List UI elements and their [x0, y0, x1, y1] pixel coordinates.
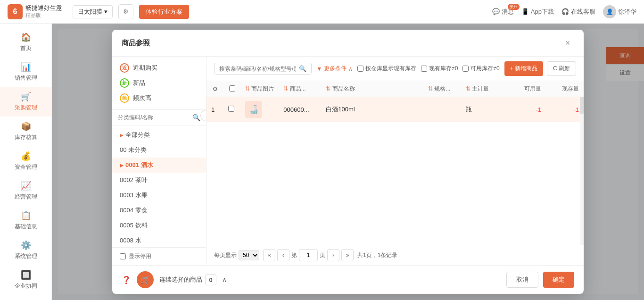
sidebar-item-system[interactable]: ⚙️ 系统管理 — [0, 235, 51, 265]
sidebar-item-label: 销售管理 — [15, 74, 37, 82]
page-total: 共1页，1条记录 — [357, 251, 397, 259]
settings-icon[interactable]: ⚙ — [118, 4, 133, 19]
next-page-button[interactable]: › — [327, 249, 339, 261]
filter-stock-nonzero[interactable]: 现有库存≠0 — [421, 65, 458, 73]
product-table: ⚙ ⇅ 商品图片 — [206, 81, 584, 122]
col-stock[interactable]: 现存量 — [546, 81, 584, 97]
sidebar-item-home[interactable]: 🏠 首页 — [0, 27, 51, 57]
operations-icon: 📈 — [21, 181, 31, 191]
quick-link-recent[interactable]: 近 近期购买 — [112, 60, 206, 75]
search-input-wrap: 🔍 — [214, 63, 312, 75]
confirm-button[interactable]: 确定 — [543, 272, 574, 288]
messages-button[interactable]: 💬 消息 99+ — [492, 8, 514, 16]
category-item-spirits[interactable]: ▶ 0001 酒水 — [112, 158, 206, 173]
more-conditions-button[interactable]: ▼ 更多条件 ∧ — [316, 65, 353, 73]
recent-icon: 近 — [120, 63, 129, 73]
display-disabled-checkbox[interactable]: 显示停用 — [112, 247, 206, 265]
modal-title: 商品参照 — [122, 39, 150, 48]
filter-by-warehouse[interactable]: 按仓库显示现有库存 — [357, 65, 416, 73]
col-spec[interactable]: ⇅ 规格... — [423, 81, 461, 97]
enterprise-icon: 🔲 — [21, 270, 31, 280]
sort-icon: ⇅ — [283, 85, 288, 92]
prev-page-button[interactable]: ‹ — [277, 249, 289, 261]
sidebar-item-operations[interactable]: 📈 经营管理 — [0, 176, 51, 206]
category-item-uncategorized[interactable]: 00 未分类 — [112, 142, 206, 158]
search-icon[interactable]: 🔍 — [299, 65, 306, 72]
modal-footer: ❓ 🛒 连续选择的商品 0 ∧ 取消 确定 — [112, 265, 584, 294]
cancel-button[interactable]: 取消 — [506, 272, 538, 288]
sidebar-item-enterprise[interactable]: 🔲 企业协同 — [0, 265, 51, 295]
online-service-button[interactable]: 🎧 在线客服 — [561, 8, 595, 16]
col-unit[interactable]: ⇅ 主计量 — [461, 81, 499, 97]
product-reference-modal: 商品参照 × 近 近期购买 新 — [112, 30, 584, 294]
messages-badge: 99+ — [508, 4, 520, 10]
experience-button[interactable]: 体验行业方案 — [139, 5, 189, 19]
finance-icon: 💰 — [21, 151, 31, 161]
product-search-input[interactable] — [219, 66, 296, 72]
sidebar-item-label: 资金管理 — [15, 163, 37, 171]
col-settings[interactable]: ⚙ — [206, 81, 223, 97]
row-select-checkbox[interactable] — [228, 106, 234, 112]
category-search-input[interactable] — [118, 114, 190, 121]
row-number: 1 — [206, 97, 223, 122]
sidebar-item-label: 系统管理 — [15, 252, 37, 260]
sidebar-item-label: 经营管理 — [15, 193, 37, 201]
arrow-icon: ▶ — [120, 133, 124, 138]
content-panel: 🔍 ▼ 更多条件 ∧ 按仓库显示现有库存 — [206, 57, 584, 265]
category-item-fruit[interactable]: 0003 水果 — [112, 188, 206, 203]
product-code: 000600... — [279, 97, 321, 122]
first-page-button[interactable]: « — [263, 249, 275, 261]
search-icon[interactable]: 🔍 — [192, 114, 200, 121]
select-all-checkbox[interactable] — [229, 85, 235, 92]
message-icon: 💬 — [492, 8, 500, 15]
add-product-button[interactable]: + 新增商品 — [504, 61, 543, 76]
page-number-input[interactable] — [299, 249, 318, 261]
sidebar-item-sales[interactable]: 📊 销售管理 — [0, 57, 51, 87]
sort-icon: ⇅ — [428, 85, 433, 92]
category-item-all[interactable]: ▶ 全部分类 — [112, 127, 206, 142]
refresh-button[interactable]: C 刷新 — [547, 61, 576, 76]
scrollbar[interactable] — [580, 81, 584, 245]
product-name: 白酒100ml — [321, 97, 423, 122]
category-item-water[interactable]: 0008 水 — [112, 233, 206, 247]
quick-link-frequent[interactable]: 频 频次高 — [112, 91, 206, 106]
product-table-wrap: ⚙ ⇅ 商品图片 — [206, 81, 584, 245]
sidebar-item-finance[interactable]: 💰 资金管理 — [0, 146, 51, 176]
row-checkbox[interactable] — [223, 97, 240, 122]
close-button[interactable]: × — [561, 36, 574, 50]
logo-subtitle: 精品版 — [25, 12, 62, 19]
col-code[interactable]: ⇅ 商品... — [279, 81, 321, 97]
col-name[interactable]: ⇅ 商品名称 — [321, 81, 423, 97]
stock-checkbox[interactable] — [421, 66, 427, 72]
category-item-beverages[interactable]: 0005 饮料 — [112, 218, 206, 233]
footer-actions: 取消 确定 — [506, 272, 574, 288]
new-icon: 新 — [120, 78, 129, 88]
sidebar-item-purchase[interactable]: 🛒 采购管理 — [0, 87, 51, 117]
table-row[interactable]: 1 🍶 000600... 白酒100ml — [206, 97, 584, 122]
sidebar-item-label: 采购管理 — [15, 104, 37, 112]
sidebar-item-basic-info[interactable]: 📋 基础信息 — [0, 206, 51, 235]
app-download-button[interactable]: 📱 App下载 — [521, 8, 554, 16]
last-page-button[interactable]: » — [341, 249, 354, 261]
sort-icon: ⇅ — [326, 85, 330, 92]
cart-button[interactable]: 🛒 — [137, 271, 154, 288]
category-item-snacks[interactable]: 0004 零食 — [112, 203, 206, 218]
store-selector[interactable]: 日太阳膜 ▾ — [73, 5, 113, 18]
col-available[interactable]: 可用量 — [499, 81, 546, 97]
col-checkbox[interactable] — [223, 81, 240, 97]
disabled-checkbox[interactable] — [120, 253, 126, 259]
pagination-bar: 每页显示 50 « ‹ 第 页 › — [206, 245, 584, 265]
filter-available-nonzero[interactable]: 可用库存≠0 — [462, 65, 499, 73]
sidebar-item-guide[interactable]: 📡 新手引导 — [0, 295, 51, 300]
nav-right: 💬 消息 99+ 📱 App下载 🎧 在线客服 👤 徐泽华 — [492, 5, 636, 18]
sidebar-item-inventory[interactable]: 📦 库存核算 — [0, 117, 51, 146]
system-icon: ⚙️ — [21, 240, 31, 250]
available-checkbox[interactable] — [462, 66, 469, 72]
category-item-tea[interactable]: 0002 茶叶 — [112, 173, 206, 188]
quick-link-new[interactable]: 新 新品 — [112, 75, 206, 91]
user-profile-button[interactable]: 👤 徐泽华 — [603, 5, 636, 18]
per-page-dropdown[interactable]: 50 — [239, 250, 259, 260]
help-icon[interactable]: ❓ — [122, 275, 131, 284]
collapse-footer-icon[interactable]: ∧ — [222, 276, 227, 283]
warehouse-checkbox[interactable] — [357, 66, 363, 72]
